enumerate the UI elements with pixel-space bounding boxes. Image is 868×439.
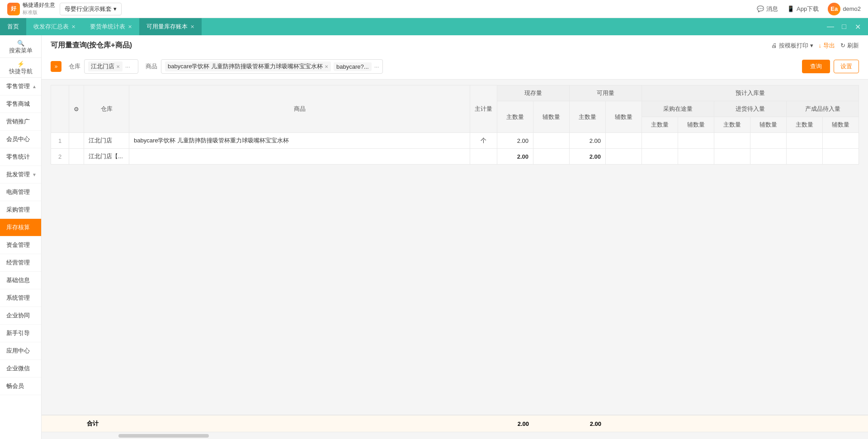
logo-area: 好 畅捷通好生意 标准版 xyxy=(7,2,55,16)
filter-actions: 查询 设置 xyxy=(802,60,859,73)
sidebar-item-marketing[interactable]: 营销推广 xyxy=(0,113,41,131)
message-icon: 💬 xyxy=(757,5,764,12)
sidebar-search[interactable]: 🔍 搜索菜单 xyxy=(0,35,41,58)
summary-purchase-main xyxy=(642,415,678,432)
cell-production-main xyxy=(787,133,823,149)
filter-more-icon[interactable]: ··· xyxy=(125,63,130,70)
th-purchase-transit: 采购在途量 xyxy=(642,101,714,117)
sidebar-item-retail-stats[interactable]: 零售统计 xyxy=(0,148,41,166)
settings-button[interactable]: 设置 xyxy=(834,60,859,73)
filter-toggle-btn[interactable]: » xyxy=(51,61,61,72)
close-icon[interactable]: ✕ xyxy=(71,24,75,30)
cell-gear[interactable] xyxy=(69,133,84,149)
sidebar-item-label: 资金管理 xyxy=(6,241,30,249)
cell-avail-main: 2.00 xyxy=(570,149,606,165)
summary-avail-aux xyxy=(606,415,642,432)
refresh-btn[interactable]: ↻ 刷新 xyxy=(840,42,859,50)
product-filter-input[interactable]: babycare学饮杯 儿童防摔防撞吸管杯重力球吸嘴杯宝宝水杯 ✕ babyca… xyxy=(161,59,383,74)
th-production-main: 主数量 xyxy=(787,117,823,133)
th-stock-main: 主数量 xyxy=(497,101,533,133)
sidebar-item-retail-mall[interactable]: 零售商城 xyxy=(0,95,41,113)
sidebar-item-basic-info[interactable]: 基础信息 xyxy=(0,272,41,289)
export-btn[interactable]: ↓ 导出 xyxy=(819,42,835,50)
sidebar-item-label: 企业协同 xyxy=(6,312,30,320)
summary-purchase-aux xyxy=(678,415,714,432)
app-download-btn[interactable]: 📱 App下载 xyxy=(787,5,819,13)
close-icon[interactable]: ✕ xyxy=(128,24,132,30)
minimize-btn[interactable]: — xyxy=(826,22,835,32)
sidebar-item-new-guide[interactable]: 新手引导 xyxy=(0,325,41,342)
refresh-label: 刷新 xyxy=(847,42,859,50)
sidebar-item-purchase-mgmt[interactable]: 采购管理 xyxy=(0,201,41,219)
sidebar-item-label: 库存核算 xyxy=(6,223,30,231)
table-section: ⚙ 仓库 商品 主计量 现存量 可用量 预计入库量 主数量 辅数量 主数量 辅数… xyxy=(42,80,868,415)
sidebar-item-enterprise-wechat[interactable]: 企业微信 xyxy=(0,360,41,378)
sidebar-item-wholesale-mgmt[interactable]: 批发管理 ▼ xyxy=(0,166,41,184)
filter-more-icon-2[interactable]: ··· xyxy=(374,63,379,70)
product-filter-label: 商品 xyxy=(146,62,157,71)
warehouse-filter-input[interactable]: 江北门店 ✕ ··· xyxy=(84,59,138,74)
tab-available-stock[interactable]: 可用量库存账本 ✕ xyxy=(139,18,202,35)
remove-warehouse-tag[interactable]: ✕ xyxy=(116,64,120,69)
warehouse-filter-group: 仓库 江北门店 ✕ ··· xyxy=(69,59,138,74)
maximize-btn[interactable]: □ xyxy=(839,22,849,32)
page-title-row: 可用量查询(按仓库+商品) 🖨 按模板打印 ▾ ↓ 导出 ↻ 刷新 xyxy=(51,41,859,50)
chevron-down-icon: ▾ xyxy=(810,42,813,49)
sidebar-item-vip-member[interactable]: 畅会员 xyxy=(0,378,41,395)
cell-warehouse: 江北门店【... xyxy=(84,149,129,165)
sidebar-item-ecommerce[interactable]: 电商管理 xyxy=(0,184,41,201)
query-button[interactable]: 查询 xyxy=(802,60,830,73)
user-profile[interactable]: Ea demo2 xyxy=(828,3,861,15)
scroll-thumb[interactable] xyxy=(118,434,209,438)
cell-avail-aux xyxy=(606,133,642,149)
cell-main-unit xyxy=(470,149,497,165)
logo-text-block: 畅捷通好生意 标准版 xyxy=(23,2,55,16)
username: demo2 xyxy=(843,5,861,12)
tab-income-expense[interactable]: 收发存汇总表 ✕ xyxy=(26,18,83,35)
sidebar-item-enterprise-collab[interactable]: 企业协同 xyxy=(0,307,41,325)
summary-incoming-aux xyxy=(750,415,787,432)
sidebar-item-app-center[interactable]: 应用中心 xyxy=(0,342,41,360)
product-filter-group: 商品 babycare学饮杯 儿童防摔防撞吸管杯重力球吸嘴杯宝宝水杯 ✕ bab… xyxy=(146,59,383,74)
sidebar-item-member-center[interactable]: 会员中心 xyxy=(0,131,41,148)
print-icon: 🖨 xyxy=(771,42,777,49)
cell-rownum: 1 xyxy=(51,133,69,149)
summary-incoming-main xyxy=(714,415,750,432)
tab-home[interactable]: 首页 xyxy=(0,18,26,35)
sidebar-item-finance[interactable]: 资金管理 xyxy=(0,236,41,254)
sidebar-item-retail-mgmt[interactable]: 零售管理 ▲ xyxy=(0,78,41,95)
top-bar-right: 💬 消息 📱 App下载 Ea demo2 xyxy=(757,3,861,15)
close-btn[interactable]: ✕ xyxy=(853,22,863,32)
sidebar-item-label: 新手引导 xyxy=(6,329,30,337)
summary-production-main xyxy=(787,415,823,432)
summary-row: 合计 2.00 2.00 xyxy=(51,415,859,432)
summary-empty-2 xyxy=(69,415,82,432)
remove-product-tag-1[interactable]: ✕ xyxy=(325,64,328,69)
top-bar: 好 畅捷通好生意 标准版 母婴行业演示账套 ▾ 💬 消息 📱 App下载 Ea … xyxy=(0,0,868,18)
th-gear[interactable]: ⚙ xyxy=(69,85,84,133)
sidebar-item-label: 采购管理 xyxy=(6,206,30,214)
th-production-pending: 产成品待入量 xyxy=(787,101,859,117)
sidebar-item-label: 营销推广 xyxy=(6,118,30,126)
sidebar-item-operations[interactable]: 经营管理 xyxy=(0,254,41,272)
export-icon: ↓ xyxy=(819,42,822,49)
sidebar-item-label: 畅会员 xyxy=(6,382,24,390)
cell-production-main xyxy=(787,149,823,165)
summary-production-aux xyxy=(823,415,859,432)
print-btn[interactable]: 🖨 按模板打印 ▾ xyxy=(771,42,813,50)
quick-nav[interactable]: ⚡ 快捷导航 xyxy=(0,58,41,78)
sidebar-item-label: 经营管理 xyxy=(6,259,30,267)
sidebar-item-inventory[interactable]: 库存核算 xyxy=(0,219,41,236)
tab-order-stats[interactable]: 要货单统计表 ✕ xyxy=(83,18,139,35)
cell-gear[interactable] xyxy=(69,149,84,165)
table-row: 2 江北门店【... 2.00 2.00 xyxy=(51,149,859,165)
sidebar-item-label: 零售商城 xyxy=(6,100,30,108)
close-icon[interactable]: ✕ xyxy=(190,24,194,30)
sidebar-item-system-mgmt[interactable]: 系统管理 xyxy=(0,289,41,307)
company-selector[interactable]: 母婴行业演示账套 ▾ xyxy=(60,3,122,15)
scroll-area[interactable] xyxy=(42,432,868,439)
chevron-icon: ▼ xyxy=(32,172,37,177)
message-btn[interactable]: 💬 消息 xyxy=(757,5,778,13)
summary-stock-main: 2.00 xyxy=(497,415,533,432)
th-incoming-pending: 进货待入量 xyxy=(714,101,787,117)
